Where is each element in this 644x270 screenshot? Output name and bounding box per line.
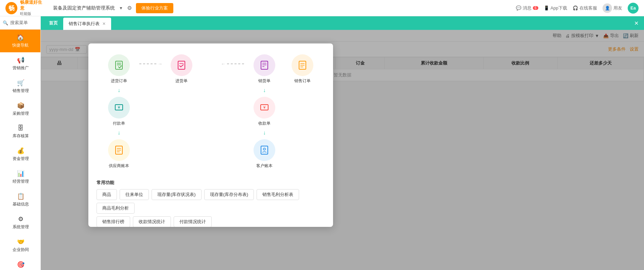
func-btn-stock-status[interactable]: 现存量(库存状况表) xyxy=(152,189,202,200)
sidebar-label-kucun: 库存核算 xyxy=(13,133,29,139)
flow-node-jinhuodindan[interactable]: 进货订单 xyxy=(108,54,130,84)
func-btn-sales-rank[interactable]: 销售排行榜 xyxy=(97,216,130,227)
sidebar-item-xiaoshou[interactable]: 🛒 销售管理 xyxy=(0,75,40,98)
flow-node-fukuandan[interactable]: ¥ 付款单 xyxy=(108,97,130,126)
tab-salesorder[interactable]: 销售订单执行表 ✕ xyxy=(63,18,111,30)
modal-overlay[interactable]: 进货订单 ↓ ¥ 付款单 ↓ xyxy=(41,30,644,270)
flow-col-xiaoshoudindan: 销售订单 xyxy=(283,52,321,87)
func-buttons-row1: 商品 往来单位 现存量(库存状况表) 现存量(库存分布表) 销售毛利分析表 商品… xyxy=(97,189,325,214)
sidebar-label-xiaoshou: 销售管理 xyxy=(13,88,29,94)
flow-circle-shoukuandan: ¥ xyxy=(254,97,275,119)
top-bar-right: 💬 消息 6 📱 App下载 🎧 在线客服 👤 用友 Ea xyxy=(516,3,639,14)
sidebar-item-caigou[interactable]: 📦 采购管理 xyxy=(0,98,40,121)
app-download-label: App下载 xyxy=(551,5,567,11)
flow-node-xiaoshoudindan[interactable]: 销售订单 xyxy=(292,54,313,84)
flow-arrow-h-top: → xyxy=(138,61,162,67)
tab-close-icon[interactable]: ✕ xyxy=(102,21,106,26)
flow-arrow-h2: ← xyxy=(221,61,245,67)
flow-circle-jinhuodan xyxy=(171,54,192,76)
sidebar-label-caigou: 采购管理 xyxy=(13,111,29,116)
flow-node-kehu[interactable]: 客户账本 xyxy=(254,139,275,169)
sidebar-item-zijin[interactable]: 💰 资金管理 xyxy=(0,143,40,166)
func-btn-product[interactable]: 商品 xyxy=(97,189,117,200)
message-label: 消息 xyxy=(523,5,532,11)
sidebar: 🔍 搜索菜单 🏠 快捷导航 📢 营销推广 🛒 销售管理 📦 采购管理 🗄 xyxy=(0,16,41,270)
func-btn-product-gross[interactable]: 商品毛利分析 xyxy=(97,203,135,214)
common-functions-section: 常用功能 商品 往来单位 现存量(库存状况表) 现存量(库存分布表) 销售毛利分… xyxy=(97,180,325,227)
message-badge: 6 xyxy=(533,6,538,10)
tab-bar: 首页 销售订单执行表 ✕ ✕ xyxy=(41,16,644,30)
system-title: 装备及固定资产辅助管理系统 xyxy=(53,5,115,11)
purchase-icon: 📦 xyxy=(17,102,24,109)
user-ea-avatar[interactable]: Ea xyxy=(628,3,639,14)
sidebar-item-xitong[interactable]: ⚙ 系统管理 xyxy=(0,211,40,234)
message-icon: 💬 xyxy=(516,5,521,11)
search-menu[interactable]: 🔍 搜索菜单 xyxy=(0,16,40,30)
flow-arrows-h: → xyxy=(138,61,162,67)
content-area: 首页 销售订单执行表 ✕ ✕ 帮助 🖨 按模板打印 ▼ xyxy=(41,16,644,270)
tab-home[interactable]: 首页 xyxy=(43,16,63,30)
flow-col-jinhuodan: 进货单 xyxy=(162,52,201,87)
flow-node-shoukuandan[interactable]: ¥ 收款单 xyxy=(254,97,275,126)
flow-arrow-v4: ↓ xyxy=(263,130,266,136)
flow-circle-xiaoshoudindan xyxy=(292,54,313,76)
flow-node-gongyingshang[interactable]: 供应商账本 xyxy=(108,139,130,169)
avatar: 👤 xyxy=(603,3,612,13)
sidebar-label-qiye: 企业协同 xyxy=(13,247,29,253)
logo-line2: 旺能版 xyxy=(20,11,46,16)
sidebar-item-qiye[interactable]: 🤝 企业协同 xyxy=(0,234,40,257)
settings-gear-btn[interactable]: ⚙ xyxy=(127,5,132,11)
func-btn-payment-stat[interactable]: 收款情况统计 xyxy=(133,216,171,227)
message-item[interactable]: 💬 消息 6 xyxy=(516,5,538,11)
app-download-item[interactable]: 📱 App下载 xyxy=(544,5,567,11)
svg-text:¥: ¥ xyxy=(118,105,120,109)
guide-icon: 🎯 xyxy=(17,261,24,268)
common-functions-title: 常用功能 xyxy=(97,180,325,186)
tab-bar-close-btn[interactable]: ✕ xyxy=(631,20,641,26)
inventory-icon: 🗄 xyxy=(18,125,24,132)
func-btn-sales-gross[interactable]: 销售毛利分析表 xyxy=(257,189,299,200)
flow-arrow-v1: ↓ xyxy=(118,87,120,93)
svg-rect-9 xyxy=(178,61,185,69)
online-service-item[interactable]: 🎧 在线客服 xyxy=(573,5,597,11)
sidebar-item-yingxiao[interactable]: 📢 营销推广 xyxy=(0,52,40,75)
svg-rect-11 xyxy=(261,61,268,69)
logo-text: 畅康道好生意 旺能版 xyxy=(20,0,46,16)
search-label: 搜索菜单 xyxy=(10,20,28,26)
flow-node-xiaohuodan[interactable]: 销货单 xyxy=(254,54,275,84)
page-content: 帮助 🖨 按模板打印 ▼ 📤 导出 🔄 刷新 xyxy=(41,30,644,270)
logo-icon: 畅 xyxy=(5,2,17,14)
sales-icon: 🛒 xyxy=(17,79,24,87)
flow-circle-jinhuodindan xyxy=(108,54,130,76)
flow-node-jinhuodan[interactable]: 进货单 xyxy=(171,54,192,84)
sidebar-item-jingying[interactable]: 📊 经营管理 xyxy=(0,166,40,188)
top-bar: 畅 畅康道好生意 旺能版 装备及固定资产辅助管理系统 ▼ ⚙ 体验行业方案 💬 … xyxy=(0,0,644,16)
sidebar-label-zijin: 资金管理 xyxy=(13,156,29,162)
online-service-label: 在线客服 xyxy=(579,5,597,11)
service-icon: 🎧 xyxy=(573,5,578,11)
system-icon: ⚙ xyxy=(18,215,23,223)
management-icon: 📊 xyxy=(17,170,24,177)
system-dropdown-btn[interactable]: ▼ xyxy=(119,6,123,11)
func-buttons-row2: 销售排行榜 收款情况统计 付款情况统计 xyxy=(97,216,325,227)
func-btn-pay-stat[interactable]: 付款情况统计 xyxy=(174,216,212,227)
sidebar-label-yingxiao: 营销推广 xyxy=(13,65,29,71)
flow-circle-gongyingshang xyxy=(108,139,130,161)
main-layout: 🔍 搜索菜单 🏠 快捷导航 📢 营销推广 🛒 销售管理 📦 采购管理 🗄 xyxy=(0,16,644,270)
finance-icon: 💰 xyxy=(17,147,24,155)
sidebar-item-kucun[interactable]: 🗄 库存核算 xyxy=(0,121,40,143)
flow-circle-kehu xyxy=(254,139,275,161)
sidebar-label-xitong: 系统管理 xyxy=(13,224,29,230)
sidebar-item-kuaijie[interactable]: 🏠 快捷导航 xyxy=(0,30,40,52)
search-icon: 🔍 xyxy=(3,20,8,25)
trial-button[interactable]: 体验行业方案 xyxy=(136,3,173,13)
func-btn-partner[interactable]: 往来单位 xyxy=(120,189,149,200)
basic-info-icon: 📋 xyxy=(17,193,24,200)
sidebar-item-xinshou[interactable]: 🎯 新手引导 xyxy=(0,257,40,270)
logo-line1: 畅康道好生意 xyxy=(20,0,46,11)
func-btn-stock-dist[interactable]: 现存量(库存分布表) xyxy=(204,189,254,200)
download-icon: 📱 xyxy=(544,5,549,11)
user-item[interactable]: 👤 用友 xyxy=(603,3,622,13)
sidebar-item-jichu[interactable]: 📋 基础信息 xyxy=(0,188,40,211)
flow-diagram: 进货订单 ↓ ¥ 付款单 ↓ xyxy=(97,52,325,172)
